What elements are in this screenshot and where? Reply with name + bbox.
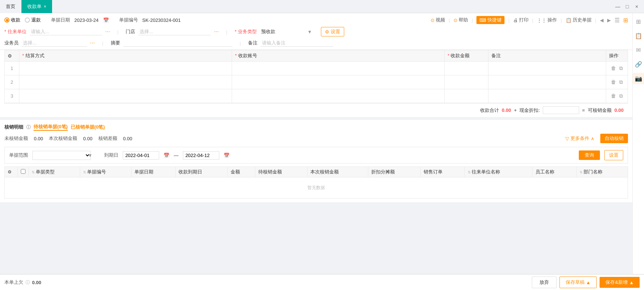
footer-info-icon[interactable]: ⓘ	[25, 279, 30, 286]
sum-label3: 可核销金额	[588, 107, 612, 114]
nav-next-icon[interactable]: ▶	[607, 17, 611, 23]
tab-bar: 首页 收款单 × — □ ×	[0, 0, 644, 13]
cal-to-icon[interactable]: 📅	[224, 153, 229, 158]
row1-amount[interactable]	[444, 62, 488, 75]
table-section: ⚙ 结算方式 收款账号 收款金额 备注 操作	[0, 50, 632, 117]
btcol-checkbox[interactable]	[18, 167, 29, 177]
col-ops: 操作	[606, 50, 628, 62]
counterpart-more-btn[interactable]: ···	[105, 28, 110, 35]
help-icon: ⊙	[453, 17, 458, 23]
row2-copy-icon[interactable]: ⧉	[619, 79, 623, 85]
biz-type-value: 预收款	[261, 28, 275, 35]
btcol-amount-label: 金额	[231, 169, 240, 175]
grid-view-icon[interactable]: ⊞	[623, 17, 628, 24]
panel-list-icon[interactable]: 📋	[633, 30, 644, 42]
help-btn[interactable]: ⊙ 帮助	[453, 17, 468, 23]
auto-verify-btn[interactable]: 自动核销	[600, 134, 628, 143]
row1-settlement[interactable]	[19, 62, 232, 75]
col-settings[interactable]: ⚙	[5, 50, 19, 62]
verify-info-icon[interactable]: ⓘ	[26, 124, 31, 130]
row3-settlement[interactable]	[19, 89, 232, 103]
staff-input[interactable]	[21, 39, 87, 47]
panel-mail-icon[interactable]: ✉	[634, 44, 643, 56]
query-btn[interactable]: 查询	[579, 150, 600, 160]
radio-receipt[interactable]: 收款	[4, 17, 20, 23]
query-setting-btn[interactable]: 设置	[604, 150, 623, 160]
date-value[interactable]: 2023-03-24	[74, 17, 99, 23]
row3-copy-icon[interactable]: ⧉	[619, 93, 623, 99]
btcol-type-label: 单据类型	[36, 169, 55, 175]
btcol-amount: 金额	[228, 167, 255, 177]
footer-right: 放弃 保存草稿 ▲ 保存&新增 ▲	[532, 277, 640, 288]
sum-equals: =	[582, 107, 585, 113]
nav-prev-icon[interactable]: ◀	[600, 17, 604, 23]
store-input[interactable]	[138, 28, 211, 35]
select-all-checkbox[interactable]	[21, 169, 25, 174]
row1-num: 1	[5, 62, 19, 75]
minimize-button[interactable]: —	[613, 2, 622, 11]
print-btn[interactable]: 🖨 打印	[513, 17, 529, 23]
tab-home[interactable]: 首页	[0, 0, 21, 13]
row2-note[interactable]	[488, 75, 606, 89]
tab-receipt[interactable]: 收款单 ×	[21, 0, 52, 13]
row1-account[interactable]	[232, 62, 444, 75]
row1-note[interactable]	[488, 62, 606, 75]
btcol-staff: 员工名称	[533, 167, 577, 177]
row3-note[interactable]	[488, 89, 606, 103]
tab-verified[interactable]: 已核销单据(0笔)	[71, 124, 105, 130]
window-controls: — □ ×	[613, 2, 644, 11]
row2-account[interactable]	[232, 75, 444, 89]
radio-refund[interactable]: 退款	[25, 17, 41, 23]
right-panel: ⊞ 📋 ✉ 🔗 📷	[632, 13, 644, 290]
radio-receipt-circle	[4, 17, 9, 23]
range-label: 单据范围	[9, 152, 28, 158]
tab-close-icon[interactable]: ×	[44, 4, 46, 9]
shortcut-btn[interactable]: ⌨ 快捷键	[476, 16, 504, 24]
note-input[interactable]	[260, 39, 333, 47]
list-view-icon[interactable]: ☰	[614, 17, 620, 24]
biz-type-dropdown[interactable]: ▼	[307, 29, 312, 35]
panel-table-icon[interactable]: ⊞	[634, 16, 643, 27]
staff-more-btn[interactable]: ···	[90, 40, 95, 46]
row1-delete-icon[interactable]: 🗑	[611, 65, 616, 71]
btcol-salesorder: 销售订单	[420, 167, 464, 177]
row3-account[interactable]	[232, 89, 444, 103]
btcol-settings[interactable]: ⚙	[5, 167, 18, 177]
cash-discount-input[interactable]	[543, 106, 579, 114]
range-dropdown-icon[interactable]: ▼	[88, 153, 93, 158]
settings-button[interactable]: ⚙ 设置	[321, 27, 344, 36]
calendar-icon[interactable]: 📅	[103, 17, 109, 23]
note-label: 备注	[248, 40, 258, 46]
restore-button[interactable]: □	[623, 2, 632, 11]
cal-from-icon[interactable]: 📅	[164, 153, 169, 158]
close-button[interactable]: ×	[632, 2, 641, 11]
help-label: 帮助	[459, 17, 468, 23]
save-new-btn[interactable]: 保存&新增 ▲	[600, 277, 640, 288]
row2-settlement[interactable]	[19, 75, 232, 89]
draft-btn[interactable]: 保存草稿 ▲	[559, 277, 597, 288]
operations-btn[interactable]: ⋮⋮ 操作	[537, 17, 557, 23]
more-conditions-btn[interactable]: ▽ 更多条件 ∧	[565, 135, 594, 142]
summary-input[interactable]	[123, 39, 232, 47]
video-btn[interactable]: ⊙ 视频	[431, 17, 445, 23]
staff-label: 业务员	[4, 40, 19, 46]
row2-delete-icon[interactable]: 🗑	[611, 79, 616, 85]
save-arrow-icon: ▲	[629, 280, 634, 285]
date-to-input[interactable]	[183, 151, 219, 160]
history-btn[interactable]: 📋 历史单据	[566, 17, 592, 23]
right-controls: ⊙ 视频 | ⊙ 帮助 | ⌨ 快捷键 | 🖨 打印 |	[431, 16, 628, 24]
counterpart-input[interactable]	[30, 28, 102, 35]
row3-amount[interactable]	[444, 89, 488, 103]
date-from-input[interactable]	[123, 151, 159, 160]
range-select[interactable]	[32, 151, 91, 160]
panel-link-icon[interactable]: 🔗	[633, 59, 644, 70]
tab-pending[interactable]: 待核销单据(0笔)	[34, 124, 68, 131]
col-settings-icon: ⚙	[8, 53, 12, 59]
row3-delete-icon[interactable]: 🗑	[611, 93, 616, 99]
row1-copy-icon[interactable]: ⧉	[619, 65, 623, 71]
store-more-btn[interactable]: ···	[214, 28, 219, 35]
btcol-staff-label: 员工名称	[535, 169, 554, 175]
panel-camera-icon[interactable]: 📷	[633, 73, 644, 84]
abandon-btn[interactable]: 放弃	[532, 277, 557, 288]
row2-amount[interactable]	[444, 75, 488, 89]
